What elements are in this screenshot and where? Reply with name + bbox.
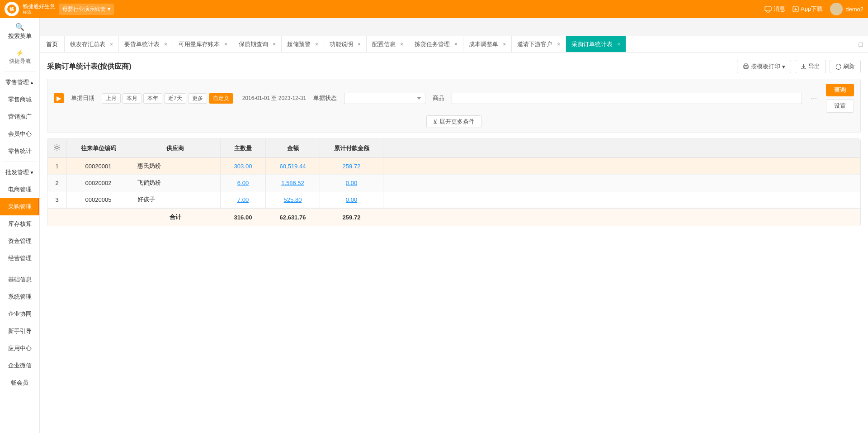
cell-amount[interactable]: 60,519.44	[266, 158, 320, 175]
cell-qty[interactable]: 7.00	[221, 191, 266, 209]
sidebar-item-enterprise[interactable]: 企业协同	[0, 305, 39, 323]
sidebar-item-wechat[interactable]: 企业微信	[0, 357, 39, 374]
svg-text:畅: 畅	[9, 7, 14, 12]
tab-close-icon-3[interactable]: ×	[224, 41, 227, 48]
table-header-row: 往来单位编码 供应商 主数量 金额 累计付款金额	[47, 139, 860, 158]
refresh-button[interactable]: 刷新	[830, 60, 861, 73]
goods-ellipsis-btn[interactable]: ···	[809, 94, 819, 102]
date-btn-custom[interactable]: 自定义	[209, 93, 233, 104]
tab-close-icon-2[interactable]: ×	[164, 41, 167, 48]
tab-req-stat[interactable]: 要货单统计表 ×	[119, 36, 173, 52]
sidebar-item-retail-shop[interactable]: 零售商城	[0, 91, 39, 108]
tab-func-desc[interactable]: 功能说明 ×	[324, 36, 367, 52]
tab-end-btns: — □	[842, 36, 868, 52]
tab-close-icon-11[interactable]: ×	[617, 41, 620, 48]
date-btn-7days[interactable]: 近7天	[164, 93, 186, 104]
footer-paid: 259.72	[320, 208, 383, 226]
tab-close-icon-7[interactable]: ×	[400, 41, 403, 48]
col-header-code: 往来单位编码	[67, 139, 130, 158]
content-area: 采购订单统计表(按供应商) 按模板打印 ▾ 导出 刷新	[40, 52, 868, 433]
goods-input[interactable]	[452, 93, 802, 104]
footer-empty-2	[67, 208, 130, 226]
date-btn-last-month[interactable]: 上月	[102, 93, 121, 104]
table-row[interactable]: 3 00020005 好孩子 7.00 525.80 0.00	[47, 191, 860, 209]
cell-amount[interactable]: 1,586.52	[266, 175, 320, 191]
tab-maximize-btn[interactable]: □	[857, 40, 864, 49]
sidebar-item-vip[interactable]: 畅会员	[0, 374, 39, 391]
tab-close-icon-5[interactable]: ×	[315, 41, 318, 48]
sidebar-item-marketing[interactable]: 营销推广	[0, 108, 39, 125]
sidebar-item-ecommerce[interactable]: 电商管理	[0, 181, 39, 198]
message-btn[interactable]: 消息	[764, 5, 785, 13]
goods-filter-label: 商品	[433, 94, 444, 102]
top-bar: 畅 畅捷通好生意 标版 母婴行业演示账套 ▾ 消息 App下载 demo2	[0, 0, 868, 18]
tab-close-icon-9[interactable]: ×	[503, 41, 506, 48]
tab-pick-task[interactable]: 拣货任务管理 ×	[409, 36, 463, 52]
tab-cost-adj[interactable]: 成本调整单 ×	[463, 36, 512, 52]
sidebar-item-operation[interactable]: 经营管理	[0, 250, 39, 267]
sidebar-item-guide[interactable]: 新手引导	[0, 323, 39, 340]
sidebar-item-member[interactable]: 会员中心	[0, 125, 39, 143]
expand-icon: ⊻	[433, 119, 438, 125]
sidebar-item-finance[interactable]: 资金管理	[0, 233, 39, 250]
tab-purchase-stat[interactable]: 采购订单统计表 ×	[566, 36, 626, 52]
date-btn-this-year[interactable]: 本年	[143, 93, 162, 104]
filter-toggle-btn[interactable]: ▶	[54, 93, 64, 103]
app-download-btn[interactable]: App下载	[793, 5, 823, 13]
workspace-selector[interactable]: 母婴行业演示账套 ▾	[59, 4, 114, 15]
tab-recv-send[interactable]: 收发存汇总表 ×	[65, 36, 119, 52]
status-select[interactable]	[344, 93, 425, 104]
tab-close-icon-10[interactable]: ×	[557, 41, 560, 48]
date-filter-label: 单据日期	[71, 94, 94, 102]
sidebar-item-system[interactable]: 系统管理	[0, 288, 39, 305]
sidebar-item-retail[interactable]: 零售管理 ▲	[0, 74, 39, 91]
user-avatar[interactable]: demo2	[830, 3, 863, 15]
col-header-settings[interactable]	[47, 139, 67, 158]
print-button[interactable]: 按模板打印 ▾	[737, 60, 791, 73]
tab-expiry[interactable]: 保质期查询 ×	[233, 36, 282, 52]
tab-overstock[interactable]: 超储预警 ×	[282, 36, 324, 52]
tab-avail-stock[interactable]: 可用量库存账本 ×	[173, 36, 233, 52]
sidebar-item-inventory[interactable]: 库存核算	[0, 215, 39, 233]
sidebar-item-wholesale[interactable]: 批发管理 ▼	[0, 164, 39, 181]
sidebar-item-quicknav[interactable]: ⚡ 快捷导航	[0, 45, 39, 70]
sidebar-item-appcenter[interactable]: 应用中心	[0, 340, 39, 357]
sidebar-item-purchase[interactable]: 采购管理	[0, 198, 39, 215]
tab-minimize-btn[interactable]: —	[845, 40, 855, 49]
page-actions: 按模板打印 ▾ 导出 刷新	[737, 60, 861, 73]
date-btn-this-month[interactable]: 本月	[123, 93, 142, 104]
tab-invite[interactable]: 邀请下游客户 ×	[512, 36, 566, 52]
cell-paid[interactable]: 0.00	[320, 175, 383, 191]
cell-paid[interactable]: 259.72	[320, 158, 383, 175]
table-row[interactable]: 2 00020002 飞鹤奶粉 6.00 1,586.52 0.00	[47, 175, 860, 191]
cell-supplier: 好孩子	[130, 191, 221, 209]
cell-qty[interactable]: 303.00	[221, 158, 266, 175]
query-button[interactable]: 查询	[826, 84, 854, 96]
tab-close-icon[interactable]: ×	[110, 41, 113, 48]
cell-qty[interactable]: 6.00	[221, 175, 266, 191]
tab-config[interactable]: 配置信息 ×	[367, 36, 409, 52]
sidebar-item-retail-stat[interactable]: 零售统计	[0, 143, 39, 160]
tab-close-icon-4[interactable]: ×	[273, 41, 276, 48]
tab-close-icon-6[interactable]: ×	[358, 41, 361, 48]
cell-paid[interactable]: 0.00	[320, 191, 383, 209]
settings-button[interactable]: 设置	[826, 99, 854, 113]
cell-amount[interactable]: 525.80	[266, 191, 320, 209]
col-header-paid: 累计付款金额	[320, 139, 383, 158]
footer-extra	[383, 208, 861, 226]
cell-supplier: 飞鹤奶粉	[130, 175, 221, 191]
sidebar-item-basic[interactable]: 基础信息	[0, 271, 39, 288]
tab-home[interactable]: 首页	[40, 36, 65, 52]
arrow-icon-2: ▼	[30, 170, 34, 175]
export-button[interactable]: 导出	[795, 60, 826, 73]
main-wrapper: 首页 收发存汇总表 × 要货单统计表 × 可用量库存账本 × 保质期查询 × 超…	[40, 36, 868, 433]
sidebar-item-search[interactable]: 🔍 搜索英单	[0, 18, 39, 45]
date-btn-more[interactable]: 更多	[188, 93, 207, 104]
expand-filter-btn[interactable]: ⊻ 展开更多条件	[426, 115, 481, 128]
col-header-supplier: 供应商	[130, 139, 221, 158]
tab-close-icon-8[interactable]: ×	[454, 41, 458, 48]
footer-label: 合计	[130, 208, 221, 226]
table-row[interactable]: 1 00020001 惠氏奶粉 303.00 60,519.44 259.72	[47, 158, 860, 175]
data-table: 往来单位编码 供应商 主数量 金额 累计付款金额 1 00020001 惠氏奶粉…	[47, 139, 860, 226]
tab-bar: 首页 收发存汇总表 × 要货单统计表 × 可用量库存账本 × 保质期查询 × 超…	[40, 36, 868, 52]
